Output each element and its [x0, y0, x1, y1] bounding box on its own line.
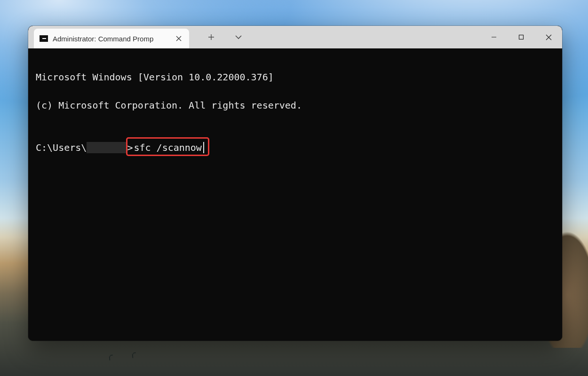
tab-active[interactable]: Administrator: Command Promp — [34, 29, 189, 48]
titlebar[interactable]: Administrator: Command Promp — [28, 26, 562, 48]
text-cursor — [203, 142, 204, 153]
maximize-button[interactable] — [508, 26, 535, 48]
wallpaper-birds: 𐑩 𐑩 — [108, 345, 145, 364]
plus-icon — [208, 34, 215, 40]
terminal-line-version: Microsoft Windows [Version 10.0.22000.37… — [36, 70, 555, 84]
minimize-button[interactable] — [480, 26, 508, 48]
close-window-button[interactable] — [535, 26, 562, 48]
prompt-prefix: C:\Users\ — [36, 141, 87, 155]
window-controls — [480, 26, 562, 48]
maximize-icon — [518, 34, 524, 40]
close-icon — [546, 34, 552, 40]
terminal-body[interactable]: Microsoft Windows [Version 10.0.22000.37… — [28, 48, 562, 341]
redacted-username — [87, 142, 127, 153]
cmd-icon — [40, 35, 48, 42]
minimize-icon — [491, 34, 497, 40]
desktop-wallpaper: 𐑩 𐑩 Administrator: Command Promp — [0, 0, 588, 376]
close-icon — [176, 36, 182, 41]
tab-dropdown-button[interactable] — [230, 29, 246, 45]
svg-rect-0 — [519, 35, 524, 39]
tab-title: Administrator: Command Promp — [53, 35, 168, 43]
terminal-line-copyright: (c) Microsoft Corporation. All rights re… — [36, 98, 555, 112]
typed-command[interactable]: sfc /scannow — [133, 141, 203, 155]
chevron-down-icon — [235, 35, 242, 39]
terminal-window: Administrator: Command Promp — [28, 26, 562, 341]
titlebar-actions — [193, 26, 251, 48]
new-tab-button[interactable] — [203, 29, 219, 45]
terminal-prompt-line[interactable]: C:\Users\>sfc /scannow — [36, 141, 555, 155]
prompt-suffix: > — [127, 141, 133, 155]
tab-close-button[interactable] — [173, 33, 184, 44]
